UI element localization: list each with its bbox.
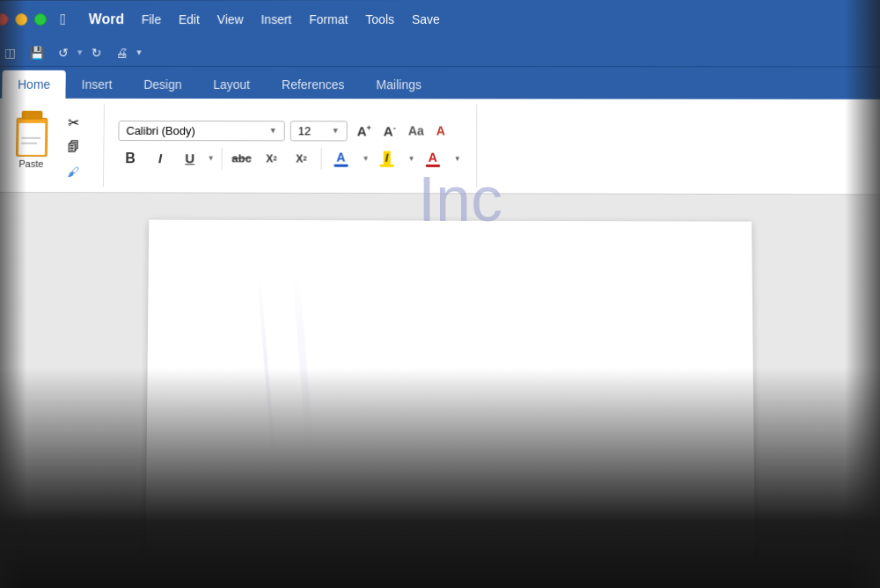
- paste-button[interactable]: Paste: [6, 107, 55, 173]
- font-section: Calibri (Body) ▼ 12 ▼ A+ A- Aa A: [107, 104, 477, 187]
- font-size-dropdown-arrow: ▼: [332, 126, 340, 135]
- font-color-button[interactable]: A: [328, 148, 353, 168]
- paste-label: Paste: [18, 158, 43, 169]
- italic-button[interactable]: I: [148, 146, 172, 171]
- print-icon[interactable]: 🖨: [110, 43, 133, 61]
- font-size-label: 12: [298, 124, 312, 137]
- title-bar:  Word File Edit View Insert Format Tool…: [0, 0, 880, 39]
- font-name-label: Calibri (Body): [126, 123, 194, 136]
- format-painter-button[interactable]: 🖌: [61, 160, 85, 183]
- subscript-button[interactable]: X2: [259, 146, 283, 171]
- clipboard-side-actions: ✂ 🗐 🖌: [61, 111, 86, 183]
- superscript-button[interactable]: X2: [289, 146, 313, 171]
- file-menu[interactable]: File: [133, 9, 170, 30]
- clear-format-button[interactable]: Aa: [404, 121, 429, 139]
- word-window:  Word File Edit View Insert Format Tool…: [0, 0, 880, 588]
- menu-bar: Word File Edit View Insert Format Tools …: [80, 8, 449, 31]
- underline-button[interactable]: U: [178, 146, 202, 171]
- document-area[interactable]: [0, 193, 880, 588]
- text-effects-button[interactable]: A: [432, 121, 450, 139]
- text-color-indicator: [426, 165, 440, 167]
- font-color-indicator: [334, 165, 348, 167]
- apple-menu-icon[interactable]: : [60, 11, 66, 29]
- tab-layout[interactable]: Layout: [197, 70, 266, 99]
- sidebar-toggle-icon[interactable]: ◫: [0, 43, 21, 61]
- insert-menu[interactable]: Insert: [252, 9, 300, 30]
- minimize-button[interactable]: [15, 13, 27, 26]
- save-menu[interactable]: Save: [403, 9, 449, 30]
- edit-menu[interactable]: Edit: [170, 9, 209, 30]
- text-color-dropdown[interactable]: ▼: [454, 155, 461, 163]
- view-menu[interactable]: View: [209, 9, 253, 30]
- tab-references[interactable]: References: [266, 70, 361, 99]
- quick-access-toolbar: ◫ 💾 ↺ ▾ ↻ 🖨 ▾: [0, 39, 880, 67]
- clipboard-section: Paste ✂ 🗐 🖌: [0, 104, 105, 187]
- format-menu[interactable]: Format: [300, 9, 356, 30]
- tab-mailings[interactable]: Mailings: [360, 70, 436, 99]
- highlight-dropdown[interactable]: ▼: [408, 155, 415, 163]
- highlight-button[interactable]: I: [374, 149, 399, 168]
- font-name-dropdown[interactable]: Calibri (Body) ▼: [118, 120, 284, 140]
- font-size-dropdown[interactable]: 12 ▼: [290, 121, 348, 141]
- tab-home[interactable]: Home: [2, 70, 66, 99]
- font-size-controls: A+ A- Aa A: [353, 121, 450, 140]
- save-quick-icon[interactable]: 💾: [24, 43, 49, 61]
- ribbon-content: Paste ✂ 🗐 🖌 Calib: [0, 99, 880, 195]
- copy-button[interactable]: 🗐: [61, 136, 85, 158]
- text-color-button[interactable]: A: [421, 149, 445, 169]
- font-row-1: Calibri (Body) ▼ 12 ▼ A+ A- Aa A: [118, 120, 466, 141]
- font-shrink-button[interactable]: A-: [379, 121, 400, 140]
- strikethrough-button[interactable]: abc: [229, 146, 253, 171]
- redo-icon[interactable]: ↻: [86, 43, 107, 61]
- tab-design[interactable]: Design: [128, 70, 197, 99]
- quick-toolbar-dropdown[interactable]: ▾: [136, 47, 142, 58]
- ribbon-overflow-fade: [854, 99, 880, 195]
- cut-button[interactable]: ✂: [61, 111, 85, 134]
- app-name-menu[interactable]: Word: [80, 8, 133, 31]
- maximize-button[interactable]: [34, 13, 47, 26]
- bold-button[interactable]: B: [118, 146, 143, 171]
- ribbon-tabs: Home Insert Design Layout References Mai…: [0, 67, 880, 99]
- undo-icon[interactable]: ↺: [53, 43, 74, 61]
- paste-icon: [12, 111, 51, 157]
- format-separator-1: [221, 148, 222, 169]
- font-row-2: B I U ▼ abc X2 X2 A ▼ I: [118, 146, 461, 172]
- traffic-lights: [0, 13, 47, 26]
- font-grow-button[interactable]: A+: [353, 121, 376, 140]
- highlight-color-indicator: [380, 164, 394, 166]
- font-color-dropdown[interactable]: ▼: [363, 155, 370, 163]
- document-content: [210, 274, 689, 457]
- close-button[interactable]: [0, 13, 9, 26]
- tools-menu[interactable]: Tools: [356, 9, 403, 30]
- underline-dropdown[interactable]: ▼: [208, 154, 215, 162]
- underline-group: U ▼: [178, 146, 215, 171]
- tab-insert[interactable]: Insert: [66, 70, 128, 99]
- document-page[interactable]: [141, 220, 759, 588]
- undo-dropdown[interactable]: ▾: [77, 47, 83, 58]
- font-name-dropdown-arrow: ▼: [269, 126, 277, 135]
- format-separator-2: [320, 148, 321, 169]
